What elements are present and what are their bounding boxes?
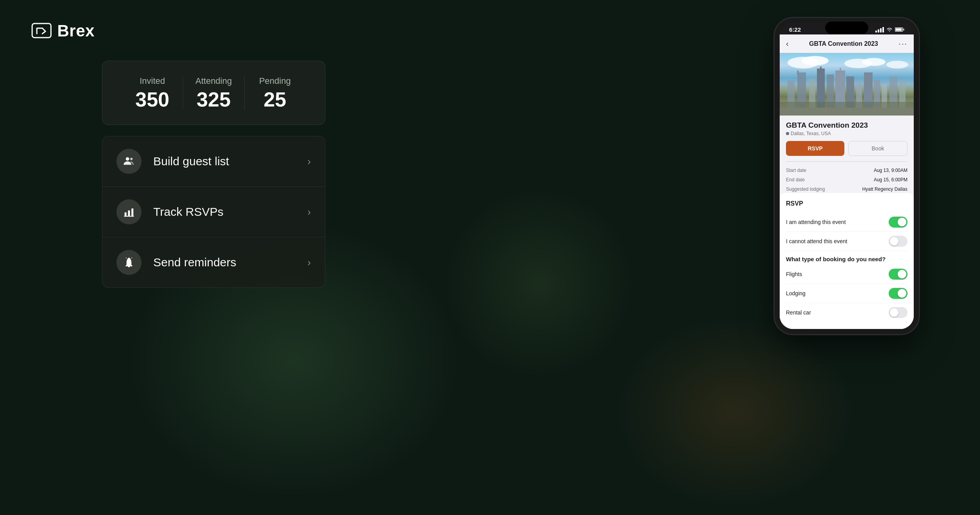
brand-name: Brex (57, 22, 94, 40)
not-attending-toggle[interactable] (889, 236, 907, 247)
signal-bar-4 (882, 27, 884, 33)
attending-toggle-label: I am attending this event (786, 219, 846, 225)
event-action-buttons: RSVP Book (786, 141, 907, 156)
svg-point-31 (801, 56, 829, 65)
svg-rect-10 (896, 29, 902, 31)
lodging-value: Hyatt Regency Dallas (862, 186, 907, 192)
invited-value: 350 (122, 89, 183, 110)
action-build-guest-list-label: Build guest list (153, 155, 307, 168)
wifi-icon (886, 27, 893, 32)
svg-rect-4 (128, 210, 130, 216)
event-hero-image (780, 53, 914, 116)
signal-bar-2 (878, 29, 879, 33)
svg-rect-28 (780, 108, 914, 116)
stat-attending: Attending 325 (183, 76, 244, 110)
bell-icon-wrap (116, 250, 142, 275)
lodging-toggle-label: Lodging (786, 290, 806, 296)
back-button[interactable]: ‹ (786, 39, 789, 48)
app-nav: ‹ GBTA Convention 2023 ··· (780, 34, 914, 53)
end-date-value: Aug 15, 6:00PM (874, 177, 907, 183)
more-button[interactable]: ··· (898, 39, 907, 48)
clouds (780, 55, 914, 78)
action-track-rsvps[interactable]: Track RSVPs › (102, 186, 325, 237)
book-button[interactable]: Book (848, 141, 907, 156)
lodging-toggle[interactable] (889, 288, 907, 299)
start-date-label: Start date (786, 168, 806, 173)
chevron-right-icon: › (307, 155, 311, 168)
svg-rect-29 (780, 102, 914, 108)
rental-car-toggle[interactable] (889, 307, 907, 318)
chevron-right-icon-2: › (307, 206, 311, 218)
attending-label: Attending (183, 76, 244, 86)
stats-card: Invited 350 Attending 325 Pending 25 (102, 61, 325, 125)
rental-car-toggle-label: Rental car (786, 309, 811, 316)
chart-icon (123, 206, 135, 218)
invited-label: Invited (122, 76, 183, 86)
action-track-rsvps-label: Track RSVPs (153, 205, 307, 219)
flights-toggle-label: Flights (786, 271, 802, 277)
rsvp-sheet-title: RSVP (786, 200, 907, 207)
start-date-value: Aug 13, 9:00AM (874, 168, 907, 173)
flights-toggle[interactable] (889, 269, 907, 280)
toggle-thumb-rental-car (890, 308, 898, 317)
chevron-right-icon-3: › (307, 257, 311, 269)
event-location: Dallas, Texas, USA (786, 131, 907, 136)
not-attending-toggle-label: I cannot attend this event (786, 238, 847, 244)
action-build-guest-list[interactable]: Build guest list › (102, 136, 325, 186)
action-send-reminders-label: Send reminders (153, 256, 307, 269)
flights-toggle-row: Flights (786, 265, 907, 284)
phone-frame: 6:22 (774, 18, 919, 334)
brex-logo-icon (31, 23, 52, 39)
attending-toggle[interactable] (889, 217, 907, 228)
left-panel: Invited 350 Attending 325 Pending 25 Bui… (102, 61, 325, 288)
phone-container: 6:22 (774, 18, 919, 334)
end-date-label: End date (786, 177, 805, 183)
rsvp-sheet: RSVP I am attending this event I cannot … (780, 193, 914, 329)
status-time: 6:22 (789, 26, 801, 33)
nav-title: GBTA Convention 2023 (789, 40, 899, 47)
phone-screen: ‹ GBTA Convention 2023 ··· (780, 34, 914, 329)
svg-line-7 (125, 258, 127, 259)
svg-point-33 (862, 58, 886, 66)
rsvp-button[interactable]: RSVP (786, 141, 844, 156)
stat-pending: Pending 25 (244, 76, 305, 110)
action-send-reminders[interactable]: Send reminders › (102, 237, 325, 287)
event-title: GBTA Convention 2023 (786, 121, 907, 130)
toggle-thumb-lodging (898, 289, 906, 298)
battery-icon (895, 27, 904, 32)
event-details: GBTA Convention 2023 Dallas, Texas, USA … (780, 116, 914, 194)
start-date-row: Start date Aug 13, 9:00AM (786, 166, 907, 175)
end-date-row: End date Aug 15, 6:00PM (786, 175, 907, 184)
not-attending-toggle-row: I cannot attend this event (786, 232, 907, 251)
rental-car-toggle-row: Rental car (786, 303, 907, 322)
svg-rect-5 (131, 208, 133, 216)
dynamic-island (825, 22, 868, 34)
pending-label: Pending (245, 76, 305, 86)
location-icon (786, 132, 789, 135)
event-meta: Start date Aug 13, 9:00AM End date Aug 1… (786, 161, 907, 194)
svg-point-2 (130, 158, 132, 160)
lodging-toggle-row: Lodging (786, 284, 907, 303)
attending-toggle-row: I am attending this event (786, 213, 907, 232)
stat-invited: Invited 350 (122, 76, 183, 110)
logo: Brex (31, 22, 94, 40)
svg-rect-3 (125, 212, 127, 216)
toggle-thumb-flights (898, 270, 906, 278)
lodging-row: Suggested lodging Hyatt Regency Dallas (786, 184, 907, 194)
svg-point-1 (126, 157, 129, 161)
svg-rect-11 (903, 29, 904, 31)
toggle-thumb-not-attending (890, 237, 898, 246)
bell-icon (123, 257, 135, 268)
actions-card: Build guest list › Track RSVPs › (102, 136, 325, 288)
svg-line-8 (131, 258, 132, 259)
attending-value: 325 (183, 89, 244, 110)
lodging-label: Suggested lodging (786, 186, 825, 192)
svg-point-34 (886, 61, 908, 69)
svg-rect-0 (32, 23, 51, 38)
signal-bars-icon (875, 27, 884, 33)
booking-section-title: What type of booking do you need? (786, 251, 907, 265)
group-icon-wrap (116, 149, 142, 174)
pending-value: 25 (245, 89, 305, 110)
signal-bar-3 (880, 28, 882, 33)
status-icons (875, 27, 904, 33)
